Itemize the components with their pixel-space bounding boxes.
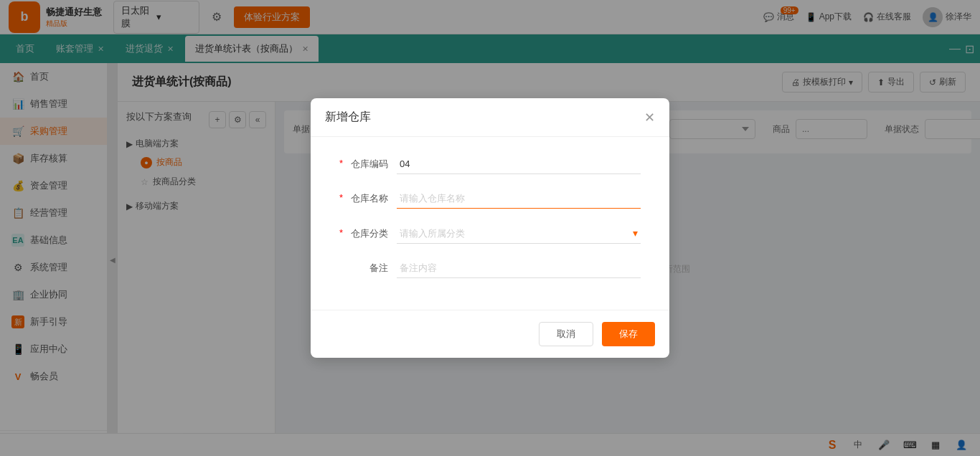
note-label: 备注 — [339, 262, 397, 275]
note-input[interactable] — [397, 258, 641, 278]
code-label: 仓库编码 — [339, 158, 397, 171]
dialog-header: 新增仓库 ✕ — [311, 98, 669, 137]
dialog-overlay: 新增仓库 ✕ 仓库编码 仓库名称 仓库分类 ▾ — [0, 0, 980, 456]
name-input[interactable] — [397, 189, 641, 209]
category-input[interactable] — [400, 228, 633, 239]
name-label: 仓库名称 — [339, 192, 397, 205]
dialog-close-button[interactable]: ✕ — [644, 111, 655, 124]
form-row-name: 仓库名称 — [339, 189, 641, 209]
code-input[interactable] — [397, 154, 641, 174]
add-warehouse-dialog: 新增仓库 ✕ 仓库编码 仓库名称 仓库分类 ▾ — [311, 98, 669, 358]
cancel-button[interactable]: 取消 — [539, 322, 593, 346]
chevron-down-icon[interactable]: ▾ — [633, 227, 638, 239]
save-button[interactable]: 保存 — [602, 322, 655, 346]
dialog-title: 新增仓库 — [325, 110, 371, 125]
dialog-body: 仓库编码 仓库名称 仓库分类 ▾ 备注 — [311, 137, 669, 310]
form-row-category: 仓库分类 ▾ — [339, 223, 641, 244]
category-select-wrap: ▾ — [397, 223, 641, 244]
dialog-footer: 取消 保存 — [311, 310, 669, 358]
form-row-code: 仓库编码 — [339, 154, 641, 174]
form-row-note: 备注 — [339, 258, 641, 278]
category-label: 仓库分类 — [339, 227, 397, 240]
